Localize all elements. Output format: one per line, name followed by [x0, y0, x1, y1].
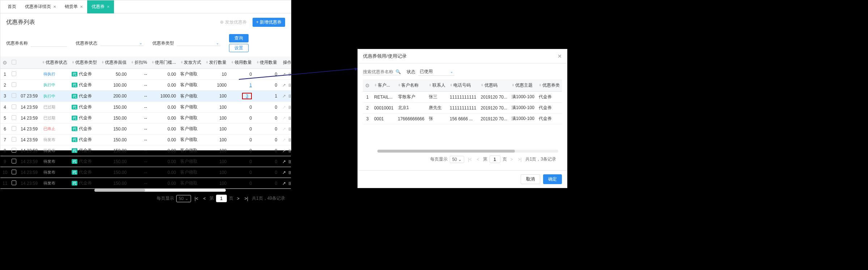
- tab-coupon[interactable]: 优惠券✕: [87, 0, 114, 13]
- sort-icon[interactable]: ▲▼: [374, 84, 377, 87]
- last-page-button[interactable]: >|: [243, 196, 250, 201]
- confirm-button[interactable]: 确定: [543, 174, 562, 184]
- sort-icon[interactable]: ▲▼: [72, 61, 75, 64]
- sort-icon[interactable]: ▲▼: [450, 84, 453, 87]
- claimed-count-link[interactable]: 1: [249, 83, 252, 88]
- sort-icon[interactable]: ▲▼: [42, 61, 45, 64]
- tab-home[interactable]: 首页: [3, 0, 21, 13]
- sort-icon[interactable]: ▲▼: [398, 84, 401, 87]
- table-row[interactable]: 4 14 23:59 已过期 代代金券 150.00 -- 0.00 客户领取 …: [0, 102, 291, 113]
- gear-icon[interactable]: ⚙: [3, 60, 7, 66]
- share-icon[interactable]: ↗: [282, 72, 286, 77]
- row-checkbox[interactable]: [12, 71, 16, 76]
- search-icon[interactable]: 🔍: [395, 69, 401, 74]
- modal-page-input[interactable]: [490, 155, 500, 163]
- per-page-select[interactable]: 50 ⌄: [176, 195, 191, 202]
- prev-page-button[interactable]: <: [475, 157, 480, 162]
- first-page-button[interactable]: |<: [466, 157, 473, 162]
- share-icon[interactable]: ↗: [282, 83, 286, 88]
- close-icon[interactable]: ✕: [558, 53, 562, 59]
- sort-icon[interactable]: ▲▼: [539, 84, 542, 87]
- row-checkbox[interactable]: [12, 104, 16, 109]
- close-icon[interactable]: ✕: [107, 5, 110, 9]
- row-checkbox[interactable]: [12, 93, 16, 98]
- status-badge: 待发布: [42, 180, 57, 186]
- table-row[interactable]: 11 14 23:59 待发布 代代金券 150.00 -- 0.00 客户领取…: [0, 178, 291, 189]
- qr-icon[interactable]: ⊞: [288, 94, 291, 99]
- sort-icon[interactable]: ▲▼: [512, 84, 515, 87]
- row-checkbox[interactable]: [12, 126, 16, 131]
- sort-icon[interactable]: ▲▼: [131, 61, 134, 64]
- close-icon[interactable]: ✕: [53, 5, 56, 9]
- row-checkbox[interactable]: [12, 180, 16, 185]
- horizontal-scrollbar[interactable]: [377, 150, 558, 153]
- horizontal-scrollbar[interactable]: [94, 189, 226, 192]
- last-page-button[interactable]: >|: [517, 157, 523, 162]
- prev-page-button[interactable]: <: [202, 196, 207, 201]
- status-badge: 已过期: [42, 115, 57, 121]
- tab-coupon-detail[interactable]: 优惠券详情页✕: [21, 0, 60, 13]
- cancel-button[interactable]: 取消: [521, 174, 540, 184]
- first-page-button[interactable]: |<: [193, 196, 200, 201]
- qr-icon[interactable]: ⊞: [288, 170, 291, 175]
- modal-search-box[interactable]: 🔍: [363, 68, 401, 75]
- filter-status-select[interactable]: ⌄: [100, 40, 144, 46]
- add-coupon-button[interactable]: + 新增优惠券: [253, 18, 285, 27]
- modal-status-select[interactable]: 已使用⌄: [418, 68, 454, 76]
- qr-icon[interactable]: ⊞: [288, 137, 291, 142]
- page-suffix: 页: [229, 195, 233, 202]
- select-all-checkbox[interactable]: [12, 60, 16, 65]
- gear-icon[interactable]: ⚙: [365, 83, 370, 88]
- qr-icon[interactable]: ⊞: [288, 148, 291, 153]
- filter-type-select[interactable]: ⌄: [177, 40, 220, 46]
- table-row[interactable]: 2 执行中 代代金券 100.00 -- 0.00 客户领取 1000 1 0 …: [0, 80, 291, 91]
- distribute-coupon-button: ⊕发放优惠券: [217, 18, 250, 27]
- settings-button[interactable]: 设置: [229, 44, 249, 52]
- sort-icon[interactable]: ▲▼: [231, 61, 234, 64]
- row-checkbox[interactable]: [12, 82, 16, 87]
- qr-icon[interactable]: ⊞: [288, 83, 291, 88]
- table-row[interactable]: 9 14 23:59 待发布 代代金券 150.00 -- 0.00 客户领取 …: [0, 156, 291, 167]
- table-row[interactable]: 10 14 23:59 待发布 代代金券 150.00 -- 0.00 客户领取…: [0, 167, 291, 178]
- table-row[interactable]: 3 0001 17666666666 张 156 6666 ... 201912…: [363, 113, 562, 124]
- search-button[interactable]: 查询: [229, 34, 249, 42]
- row-checkbox[interactable]: [12, 159, 16, 163]
- tab-sales-order[interactable]: 销货单✕: [60, 0, 87, 13]
- page-input[interactable]: [216, 195, 227, 202]
- next-page-button[interactable]: >: [509, 157, 515, 162]
- qr-icon[interactable]: ⊞: [288, 126, 291, 132]
- qr-icon[interactable]: ⊞: [288, 105, 291, 110]
- sort-icon[interactable]: ▲▼: [206, 61, 208, 64]
- qr-icon[interactable]: ⊞: [288, 116, 291, 121]
- row-checkbox[interactable]: [12, 137, 16, 142]
- row-checkbox[interactable]: [12, 148, 16, 153]
- sort-icon[interactable]: ▲▼: [429, 84, 432, 87]
- chevron-down-icon: ⌄: [139, 41, 142, 45]
- table-row[interactable]: 7 14 23:59 待发布 代代金券 150.00 -- 0.00 客户领取 …: [0, 134, 291, 145]
- row-checkbox[interactable]: [12, 170, 16, 174]
- filter-name-input[interactable]: [31, 40, 67, 47]
- sort-icon[interactable]: ▲▼: [101, 61, 104, 64]
- sort-icon[interactable]: ▲▼: [481, 84, 484, 87]
- claimed-count-link[interactable]: 3: [246, 94, 248, 99]
- close-icon[interactable]: ✕: [80, 5, 83, 9]
- sort-icon[interactable]: ▲▼: [180, 61, 183, 64]
- share-icon: ↗: [282, 170, 286, 175]
- qr-icon[interactable]: ⊞: [288, 159, 291, 164]
- sort-icon[interactable]: ▲▼: [256, 61, 259, 64]
- table-row[interactable]: 5 14 23:59 已过期 代代金券 150.00 -- 0.00 客户领取 …: [0, 113, 291, 124]
- modal-per-page-select[interactable]: 50 ⌄: [450, 156, 465, 163]
- table-row[interactable]: 8 14 23:59 待发布 代代金券 150.00 -- 0.00 客户领取 …: [0, 145, 291, 156]
- share-icon[interactable]: ↗: [282, 94, 286, 99]
- row-checkbox[interactable]: [12, 115, 16, 120]
- table-row[interactable]: 2 00010001 北京1 唐先生 11111111111 2019120 7…: [363, 103, 562, 113]
- qr-icon[interactable]: ⊞: [288, 72, 291, 77]
- table-row[interactable]: 3 07 23:59 执行中 代代金券 200.00 -- 1000.00 客户…: [0, 91, 291, 102]
- table-row[interactable]: 1 待执行 代代金券 50.00 -- 0.00 客户领取 10 0 0 ↗ ⊞: [0, 69, 291, 80]
- modal-search-input[interactable]: [363, 69, 395, 74]
- sort-icon[interactable]: ▲▼: [151, 61, 154, 64]
- qr-icon[interactable]: ⊞: [288, 181, 291, 186]
- next-page-button[interactable]: >: [236, 196, 241, 201]
- table-row[interactable]: 6 14 23:59 已终止 代代金券 150.00 -- 0.00 客户领取 …: [0, 124, 291, 134]
- table-row[interactable]: 1 RETAIL... 零散客户 张三 11111111111 2019120 …: [363, 92, 562, 103]
